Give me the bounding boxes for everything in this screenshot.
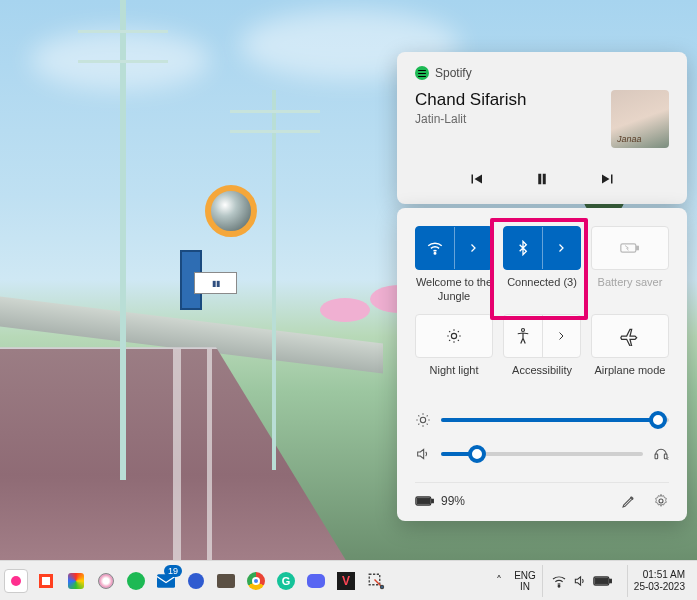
battery-saver-label: Battery saver [598,276,663,302]
svg-point-15 [558,585,560,587]
taskbar-todo[interactable] [184,569,208,593]
taskbar-discord[interactable] [304,569,328,593]
bluetooth-expand-button[interactable] [542,227,581,269]
taskbar-clock[interactable]: 01:51 AM 25-03-2023 [627,565,691,597]
media-app-name: Spotify [435,66,472,80]
tray-wifi-icon [551,574,567,588]
media-flyout: Spotify Chand Sifarish Jatin-Lalit [397,52,687,204]
svg-point-5 [420,417,425,422]
taskbar-app-3[interactable] [64,569,88,593]
accessibility-label: Accessibility [512,364,572,390]
tray-overflow-button[interactable]: ˄ [490,565,508,597]
svg-rect-7 [664,454,667,459]
svg-point-11 [659,499,663,503]
taskbar-chrome[interactable] [244,569,268,593]
brightness-icon [415,412,431,428]
night-light-tile[interactable] [415,314,493,358]
taskbar-spotify[interactable] [124,569,148,593]
airplane-mode-tile[interactable] [591,314,669,358]
brightness-slider[interactable] [441,418,669,422]
taskbar-grammarly[interactable]: G [274,569,298,593]
brightness-thumb[interactable] [649,411,667,429]
taskbar-date: 25-03-2023 [634,581,685,593]
taskbar-itunes[interactable] [94,569,118,593]
next-track-button[interactable] [599,170,617,188]
previous-track-button[interactable] [467,170,485,188]
svg-point-4 [521,328,524,331]
svg-point-0 [434,253,436,255]
tray-volume-icon [573,574,587,588]
wifi-icon[interactable] [416,227,454,269]
accessibility-expand-button[interactable] [542,315,581,357]
audio-output-button[interactable] [653,447,669,461]
airplane-mode-label: Airplane mode [595,364,666,390]
svg-rect-9 [417,498,430,504]
mail-badge: 19 [164,565,182,577]
svg-rect-18 [610,579,612,582]
bluetooth-tile[interactable] [503,226,581,270]
wifi-expand-button[interactable] [454,227,493,269]
volume-slider[interactable] [441,452,643,456]
battery-status[interactable]: 99% [415,494,465,508]
accessibility-icon[interactable] [504,315,542,357]
edit-quick-settings-button[interactable] [621,493,637,509]
svg-rect-17 [595,578,608,584]
wifi-label: Welcome to the Jungle [415,276,493,304]
tray-battery-icon [593,575,613,587]
taskbar-mail[interactable]: 19 [154,569,178,593]
night-light-icon [445,327,463,345]
album-art[interactable] [611,90,669,148]
taskbar-app-1[interactable] [4,569,28,593]
night-light-label: Night light [430,364,479,390]
taskbar-snip[interactable] [364,569,388,593]
svg-rect-10 [432,499,434,502]
svg-point-14 [381,585,384,588]
battery-saver-tile[interactable] [591,226,669,270]
airplane-icon [620,326,640,346]
taskbar-time: 01:51 AM [634,569,685,581]
system-tray[interactable] [542,565,621,597]
taskbar-files[interactable] [214,569,238,593]
battery-percent: 99% [441,494,465,508]
play-pause-button[interactable] [533,170,551,188]
track-title: Chand Sifarish [415,90,527,110]
wifi-tile[interactable] [415,226,493,270]
volume-icon [415,446,431,462]
quick-settings-panel: Welcome to the Jungle Connected (3) Batt… [397,208,687,521]
taskbar: 19 G V ˄ ENG IN 01:51 AM 25-03-2023 [0,560,697,600]
track-artist: Jatin-Lalit [415,112,527,126]
language-indicator[interactable]: ENG IN [514,570,536,592]
svg-point-3 [451,333,456,338]
bluetooth-icon[interactable] [504,227,542,269]
svg-rect-6 [655,454,658,459]
battery-saver-icon [620,241,640,255]
battery-icon [415,495,435,507]
settings-button[interactable] [653,493,669,509]
taskbar-valorant[interactable]: V [334,569,358,593]
brightness-fill [441,418,658,422]
volume-thumb[interactable] [468,445,486,463]
bluetooth-label: Connected (3) [507,276,577,302]
accessibility-tile[interactable] [503,314,581,358]
svg-rect-2 [637,246,639,249]
spotify-icon [415,66,429,80]
taskbar-app-2[interactable] [34,569,58,593]
